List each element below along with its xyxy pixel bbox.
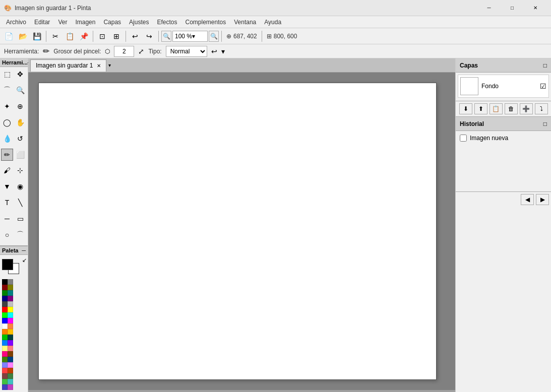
zoom-in-button[interactable]: 🔍 bbox=[209, 31, 219, 42]
brush-step-icon[interactable]: ⤢ bbox=[138, 47, 144, 55]
canvas-tab[interactable]: Imagen sin guardar 1 ✕ bbox=[30, 59, 106, 72]
zoom-out-button[interactable]: 🔍 bbox=[161, 31, 171, 42]
layer-duplicate-button[interactable]: 📋 bbox=[489, 103, 503, 114]
color-cell[interactable] bbox=[8, 335, 13, 340]
layer-delete-button[interactable]: 🗑 bbox=[505, 103, 518, 114]
eraser-tool-button[interactable]: ⬜ bbox=[14, 149, 26, 161]
color-cell[interactable] bbox=[2, 279, 8, 285]
history-forward-button[interactable]: ▶ bbox=[536, 194, 549, 205]
paste-button[interactable]: 📌 bbox=[77, 30, 90, 42]
zoom-tool-button[interactable]: 🔍 bbox=[14, 84, 26, 96]
color-cell[interactable] bbox=[2, 379, 8, 384]
color-cell[interactable] bbox=[2, 285, 8, 290]
zoom-dropdown-arrow[interactable]: ▾ bbox=[192, 33, 195, 40]
fill-tool-button[interactable]: ▼ bbox=[1, 180, 13, 192]
color-cell[interactable] bbox=[8, 301, 13, 307]
recolor-tool-button[interactable]: ↺ bbox=[14, 133, 26, 145]
minimize-button[interactable]: ─ bbox=[477, 0, 501, 16]
menu-item-ver[interactable]: Ver bbox=[54, 16, 71, 28]
canvas-scroll-area[interactable] bbox=[28, 73, 455, 390]
color-cell[interactable] bbox=[8, 362, 13, 368]
layer-merge-button[interactable]: ⤵ bbox=[535, 103, 548, 114]
color-cell[interactable] bbox=[2, 290, 8, 296]
color-cell[interactable] bbox=[2, 340, 8, 346]
history-item[interactable]: Imagen nueva bbox=[458, 133, 549, 143]
color-cell[interactable] bbox=[2, 301, 8, 307]
color-cell[interactable] bbox=[8, 323, 13, 329]
zoom-in-tool-button[interactable]: ⊕ bbox=[14, 100, 26, 112]
color-cell[interactable] bbox=[8, 379, 13, 384]
color-cell[interactable] bbox=[2, 335, 8, 340]
menu-item-editar[interactable]: Editar bbox=[30, 16, 54, 28]
curve-arrow-icon[interactable]: ▾ bbox=[221, 47, 225, 55]
color-cell[interactable] bbox=[8, 351, 13, 357]
menu-item-efectos[interactable]: Efectos bbox=[153, 16, 181, 28]
color-cell[interactable] bbox=[2, 323, 8, 329]
color-cell[interactable] bbox=[8, 373, 13, 379]
pencil-tool-button[interactable]: ✏ bbox=[1, 149, 13, 161]
foreground-color-swatch[interactable] bbox=[2, 259, 13, 270]
color-cell[interactable] bbox=[2, 296, 8, 301]
history-minimize-icon[interactable]: □ bbox=[543, 120, 547, 127]
color-cell[interactable] bbox=[2, 373, 8, 379]
menu-item-capas[interactable]: Capas bbox=[99, 16, 125, 28]
layer-move-up-button[interactable]: ⬆ bbox=[474, 103, 487, 114]
save-button[interactable]: 💾 bbox=[30, 30, 43, 42]
line-tool-button[interactable]: ╲ bbox=[14, 197, 26, 209]
color-cell[interactable] bbox=[2, 384, 8, 390]
color-cell[interactable] bbox=[8, 368, 13, 373]
new-button[interactable]: 📄 bbox=[2, 30, 15, 42]
eyedropper-tool-button[interactable]: 💧 bbox=[1, 133, 13, 145]
clone-tool-button[interactable]: ⊹ bbox=[14, 164, 26, 176]
canvas-tab-arrow[interactable]: ▾ bbox=[108, 62, 111, 68]
layer-visibility-toggle[interactable]: ☑ bbox=[540, 82, 546, 90]
curve-icon[interactable]: ↩ bbox=[211, 47, 217, 55]
cut-button[interactable]: ✂ bbox=[49, 30, 62, 42]
color-picker-arrow-icon[interactable]: ↙ bbox=[22, 257, 27, 264]
brush-size-input[interactable] bbox=[114, 46, 134, 57]
color-cell[interactable] bbox=[2, 351, 8, 357]
menu-item-ajustes[interactable]: Ajustes bbox=[125, 16, 153, 28]
color-cell[interactable] bbox=[8, 329, 13, 335]
layer-move-down-button[interactable]: ⬇ bbox=[459, 103, 472, 114]
menu-item-archivo[interactable]: Archivo bbox=[2, 16, 30, 28]
color-cell[interactable] bbox=[2, 329, 8, 335]
deselect-button[interactable]: ⊡ bbox=[96, 30, 109, 42]
layer-add-button[interactable]: ➕ bbox=[520, 103, 533, 114]
color-tool-button[interactable]: ◉ bbox=[14, 180, 26, 192]
color-cell[interactable] bbox=[8, 279, 13, 285]
rect-tool-button[interactable]: ─ bbox=[1, 213, 13, 225]
color-cell[interactable] bbox=[2, 307, 8, 312]
rect-select-tool-button[interactable]: ⬚ bbox=[1, 68, 13, 80]
menu-item-ayuda[interactable]: Ayuda bbox=[260, 16, 285, 28]
freeform-tool-button[interactable]: ⌒ bbox=[14, 229, 26, 241]
select-all-button[interactable]: ⊞ bbox=[110, 30, 123, 42]
rounded-rect-tool-button[interactable]: ▭ bbox=[14, 213, 26, 225]
color-cell[interactable] bbox=[8, 296, 13, 301]
color-cell[interactable] bbox=[2, 357, 8, 362]
ellipse-tool-button[interactable]: ○ bbox=[1, 229, 13, 241]
text-tool-button[interactable]: T bbox=[1, 197, 13, 209]
color-cell[interactable] bbox=[8, 318, 13, 323]
color-cell[interactable] bbox=[8, 290, 13, 296]
color-cell[interactable] bbox=[8, 340, 13, 346]
canvas-tab-close-button[interactable]: ✕ bbox=[96, 62, 102, 70]
pan-tool-button[interactable]: ✋ bbox=[14, 116, 26, 128]
color-cell[interactable] bbox=[2, 346, 8, 351]
close-button[interactable]: ✕ bbox=[524, 0, 547, 16]
layer-item[interactable]: Fondo ☑ bbox=[458, 75, 549, 98]
color-cell[interactable] bbox=[8, 312, 13, 318]
drawing-canvas[interactable] bbox=[38, 83, 437, 380]
open-button[interactable]: 📂 bbox=[16, 30, 29, 42]
color-cell[interactable] bbox=[8, 285, 13, 290]
color-cell[interactable] bbox=[8, 384, 13, 390]
history-item-checkbox[interactable] bbox=[460, 135, 467, 142]
undo-button[interactable]: ↩ bbox=[129, 30, 142, 42]
color-cell[interactable] bbox=[2, 368, 8, 373]
copy-button[interactable]: 📋 bbox=[63, 30, 76, 42]
ellipse-select-tool-button[interactable]: ◯ bbox=[1, 116, 13, 128]
move-tool-button[interactable]: ✥ bbox=[14, 68, 26, 80]
paintbrush-tool-button[interactable]: 🖌 bbox=[1, 164, 13, 176]
brush-type-select[interactable]: Normal Difuminar Suavizar bbox=[166, 46, 207, 57]
palette-minimize-icon[interactable]: ─ bbox=[22, 247, 26, 253]
